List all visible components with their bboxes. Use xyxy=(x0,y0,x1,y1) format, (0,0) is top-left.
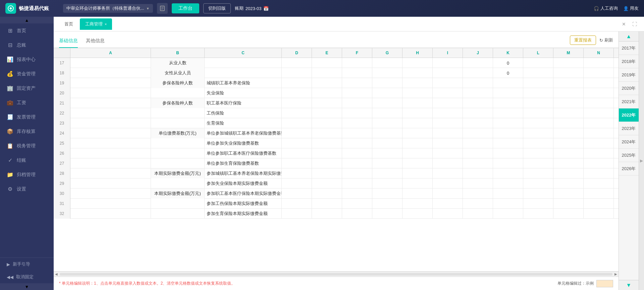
year-item-2022[interactable]: 2022年 xyxy=(619,108,639,122)
cell-20-j[interactable] xyxy=(463,88,493,98)
sidebar-item-invoice[interactable]: 🧾 发票管理 xyxy=(0,110,54,124)
cell-25-h[interactable] xyxy=(402,138,433,148)
cell-23-k[interactable] xyxy=(493,118,523,128)
cell-17-e[interactable] xyxy=(312,58,342,68)
reset-button[interactable]: 重置报表 xyxy=(570,35,596,45)
cell-23-l[interactable] xyxy=(523,118,553,128)
hscroll-right-btn[interactable]: ▶ xyxy=(613,272,619,277)
cell-21-k[interactable] xyxy=(493,98,523,108)
cell-27-l[interactable] xyxy=(523,158,553,168)
cell-25-n[interactable] xyxy=(584,138,614,148)
cell-19-d[interactable] xyxy=(282,78,312,88)
cell-19-o[interactable]: 0 xyxy=(614,78,619,88)
cell-28-i[interactable] xyxy=(433,168,463,178)
cell-28-n[interactable] xyxy=(584,168,614,178)
cell-23-b[interactable] xyxy=(151,118,205,128)
sidebar-item-funds[interactable]: 💰 资金管理 xyxy=(0,67,54,81)
cell-26-e[interactable] xyxy=(312,148,342,158)
cell-26-h[interactable] xyxy=(402,148,433,158)
cell-19-g[interactable] xyxy=(372,78,402,88)
cell-18-k[interactable]: 0 xyxy=(493,68,523,78)
cell-28-m[interactable] xyxy=(553,168,584,178)
cell-22-o[interactable]: 0 xyxy=(614,108,619,118)
user-button[interactable]: 👤 用友 xyxy=(623,5,639,11)
cell-30-j[interactable] xyxy=(463,189,493,199)
cell-22-g[interactable] xyxy=(372,108,402,118)
year-scroll-down[interactable]: ▼ xyxy=(619,280,639,290)
cell-19-j[interactable] xyxy=(463,78,493,88)
cell-21-c[interactable]: 职工基本医疗保险 xyxy=(205,98,282,108)
cell-28-a[interactable] xyxy=(70,168,151,178)
cell-19-h[interactable] xyxy=(402,78,433,88)
cell-24-e[interactable] xyxy=(312,128,342,138)
cell-29-k[interactable] xyxy=(493,178,523,189)
cell-23-e[interactable] xyxy=(312,118,342,128)
cell-31-o[interactable] xyxy=(614,199,619,209)
sidebar-item-archive[interactable]: 📁 归档管理 xyxy=(0,167,54,182)
cell-23-c[interactable]: 生育保险 xyxy=(205,118,282,128)
cell-18-g[interactable] xyxy=(372,68,402,78)
cell-30-h[interactable] xyxy=(402,189,433,199)
cell-30-e[interactable] xyxy=(312,189,342,199)
cell-18-a[interactable] xyxy=(70,68,151,78)
cell-17-o[interactable] xyxy=(614,58,619,68)
horizontal-scrollbar[interactable]: ◀ ▶ xyxy=(54,271,619,277)
cell-32-i[interactable] xyxy=(433,209,463,219)
cell-18-d[interactable] xyxy=(282,68,312,78)
cell-20-m[interactable] xyxy=(553,88,584,98)
cell-24-c[interactable]: 单位参加城镇职工基本养老保险缴费基数 xyxy=(205,128,282,138)
cell-20-e[interactable] xyxy=(312,88,342,98)
cell-23-g[interactable] xyxy=(372,118,402,128)
cell-21-l[interactable] xyxy=(523,98,553,108)
old-version-button[interactable]: 切到旧版 xyxy=(203,3,231,13)
sidebar-item-home[interactable]: ⊞ 首页 xyxy=(0,23,54,38)
sidebar-item-inventory[interactable]: 📦 库存核算 xyxy=(0,124,54,139)
cell-20-h[interactable] xyxy=(402,88,433,98)
cell-26-k[interactable] xyxy=(493,148,523,158)
cell-29-c[interactable]: 参加失业保险本期实际缴费金额 xyxy=(205,178,282,189)
cell-32-c[interactable]: 参加生育保险本期实际缴费金额 xyxy=(205,209,282,219)
cell-25-a[interactable] xyxy=(70,138,151,148)
cell-22-l[interactable] xyxy=(523,108,553,118)
refresh-button[interactable]: ↻ 刷新 xyxy=(599,37,613,43)
cell-19-c[interactable]: 城镇职工基本养老保险 xyxy=(205,78,282,88)
cell-29-g[interactable] xyxy=(372,178,402,189)
cell-19-n[interactable] xyxy=(584,78,614,88)
cell-30-o[interactable] xyxy=(614,189,619,199)
cell-25-e[interactable] xyxy=(312,138,342,148)
cell-17-d[interactable] xyxy=(282,58,312,68)
sidebar-item-settings[interactable]: ⚙ 设置 xyxy=(0,182,54,196)
cell-26-o[interactable] xyxy=(614,148,619,158)
cell-30-i[interactable] xyxy=(433,189,463,199)
cell-30-f[interactable] xyxy=(342,189,372,199)
cell-27-i[interactable] xyxy=(433,158,463,168)
cell-28-e[interactable] xyxy=(312,168,342,178)
cell-27-o[interactable] xyxy=(614,158,619,168)
cell-17-m[interactable] xyxy=(553,58,584,68)
cell-18-o[interactable] xyxy=(614,68,619,78)
cell-32-k[interactable] xyxy=(493,209,523,219)
cell-32-g[interactable] xyxy=(372,209,402,219)
cell-22-e[interactable] xyxy=(312,108,342,118)
cell-17-f[interactable] xyxy=(342,58,372,68)
cell-30-g[interactable] xyxy=(372,189,402,199)
cell-17-k[interactable]: 0 xyxy=(493,58,523,68)
cell-20-k[interactable] xyxy=(493,88,523,98)
cell-23-f[interactable] xyxy=(342,118,372,128)
workbench-button[interactable]: 工作台 xyxy=(172,3,199,13)
cell-32-l[interactable] xyxy=(523,209,553,219)
document-icon[interactable] xyxy=(157,3,168,14)
cell-30-m[interactable] xyxy=(553,189,584,199)
cell-20-o[interactable]: 0 xyxy=(614,88,619,98)
cell-30-l[interactable] xyxy=(523,189,553,199)
cell-23-h[interactable] xyxy=(402,118,433,128)
cell-22-h[interactable] xyxy=(402,108,433,118)
cell-29-m[interactable] xyxy=(553,178,584,189)
sidebar-scroll-down[interactable]: ▼ xyxy=(0,283,54,290)
cell-31-b[interactable] xyxy=(151,199,205,209)
cell-24-o[interactable] xyxy=(614,128,619,138)
cell-18-e[interactable] xyxy=(312,68,342,78)
cell-32-a[interactable] xyxy=(70,209,151,219)
cell-31-e[interactable] xyxy=(312,199,342,209)
cell-19-m[interactable] xyxy=(553,78,584,88)
